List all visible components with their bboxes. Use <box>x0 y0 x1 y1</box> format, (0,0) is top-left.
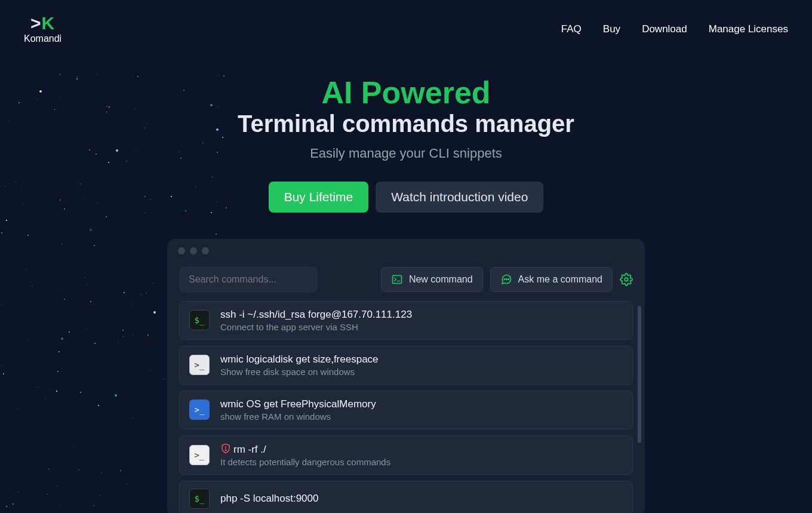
command-text: wmic logicaldisk get size,freespaceShow … <box>220 354 379 377</box>
hero-subtitle: Terminal commands manager <box>0 110 812 137</box>
site-header: >K Komandi FAQ Buy Download Manage Licen… <box>0 0 812 59</box>
terminal-type-icon: $_ <box>189 310 210 330</box>
terminal-type-icon: >_ <box>189 445 210 465</box>
command-list: $_ssh -i ~/.ssh/id_rsa forge@167.70.111.… <box>179 301 633 513</box>
command-row[interactable]: >_rm -rf ./It detects potentially danger… <box>179 435 633 475</box>
svg-point-3 <box>508 278 509 279</box>
hero-tagline: Easily manage your CLI snippets <box>0 146 812 161</box>
command-string: rm -rf ./ <box>220 443 390 456</box>
hero-title: AI Powered <box>0 76 812 109</box>
terminal-type-icon: >_ <box>189 355 210 375</box>
watch-video-button[interactable]: Watch introduction video <box>376 182 543 213</box>
command-text: ssh -i ~/.ssh/id_rsa forge@167.70.111.12… <box>220 309 412 332</box>
command-text: php -S localhost:9000 <box>220 493 318 505</box>
main-nav: FAQ Buy Download Manage Licenses <box>561 23 788 35</box>
danger-icon <box>220 443 231 454</box>
command-description: Connect to the app server via SSH <box>220 322 412 332</box>
terminal-type-icon: $_ <box>189 489 210 509</box>
nav-licenses[interactable]: Manage Licenses <box>709 23 788 35</box>
hero: AI Powered Terminal commands manager Eas… <box>0 76 812 213</box>
svg-point-6 <box>225 449 226 450</box>
app-toolbar: New command Ask me a command <box>167 263 645 301</box>
command-string: ssh -i ~/.ssh/id_rsa forge@167.70.111.12… <box>220 309 412 321</box>
command-row[interactable]: >_wmic logicaldisk get size,freespaceSho… <box>179 346 633 385</box>
svg-rect-0 <box>392 275 401 283</box>
command-text: rm -rf ./It detects potentially dangerou… <box>220 443 390 467</box>
command-string: wmic logicaldisk get size,freespace <box>220 354 379 365</box>
cta-row: Buy Lifetime Watch introduction video <box>0 182 812 213</box>
gear-icon[interactable] <box>620 273 633 286</box>
svg-point-1 <box>504 278 505 279</box>
new-command-button[interactable]: New command <box>381 267 483 292</box>
svg-point-2 <box>506 278 507 279</box>
window-dot <box>202 247 209 254</box>
new-command-label: New command <box>409 274 473 285</box>
logo-mark: >K <box>30 14 55 32</box>
terminal-type-icon: >_ <box>189 400 210 420</box>
command-text: wmic OS get FreePhysicalMemoryshow free … <box>220 398 376 422</box>
command-list-wrap: $_ssh -i ~/.ssh/id_rsa forge@167.70.111.… <box>167 301 645 513</box>
logo[interactable]: >K Komandi <box>24 14 61 44</box>
buy-lifetime-button[interactable]: Buy Lifetime <box>269 182 369 213</box>
window-traffic-lights <box>167 239 645 263</box>
command-row[interactable]: $_ssh -i ~/.ssh/id_rsa forge@167.70.111.… <box>179 301 633 340</box>
command-row[interactable]: $_php -S localhost:9000 <box>179 481 633 513</box>
nav-faq[interactable]: FAQ <box>561 23 582 35</box>
logo-letter: K <box>42 13 56 33</box>
command-string: wmic OS get FreePhysicalMemory <box>220 398 376 410</box>
command-description: show free RAM on windows <box>220 411 376 422</box>
ask-command-button[interactable]: Ask me a command <box>490 267 613 292</box>
chat-icon <box>500 274 512 285</box>
window-dot <box>190 247 197 254</box>
window-dot <box>178 247 185 254</box>
nav-buy[interactable]: Buy <box>603 23 620 35</box>
command-description: Show free disk space on windows <box>220 367 379 377</box>
app-window: New command Ask me a command $_ssh -i ~/… <box>167 239 645 513</box>
nav-download[interactable]: Download <box>642 23 687 35</box>
logo-text: Komandi <box>24 33 61 44</box>
search-input[interactable] <box>179 266 318 293</box>
logo-prefix: > <box>30 13 42 33</box>
ask-command-label: Ask me a command <box>518 274 602 285</box>
terminal-icon <box>391 274 403 285</box>
svg-point-4 <box>625 278 628 281</box>
command-row[interactable]: >_wmic OS get FreePhysicalMemoryshow fre… <box>179 391 633 429</box>
scrollbar[interactable] <box>638 306 641 443</box>
command-description: It detects potentially dangerous command… <box>220 457 390 467</box>
command-string: php -S localhost:9000 <box>220 493 318 505</box>
